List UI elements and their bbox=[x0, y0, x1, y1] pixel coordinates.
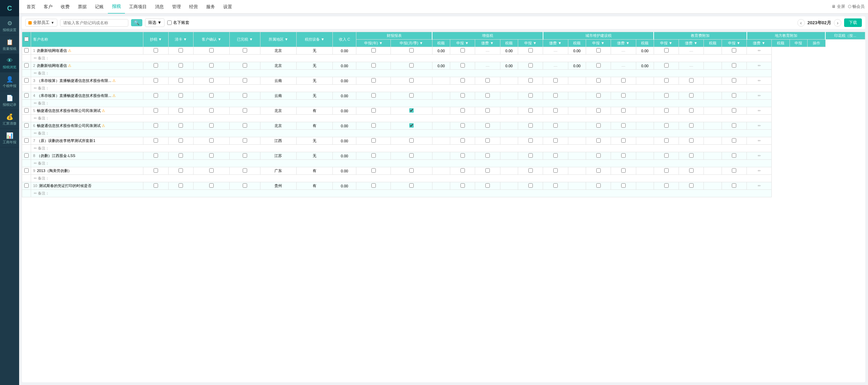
row-select-cell bbox=[22, 182, 31, 190]
sidebar-item-jilu[interactable]: 📄 报税记录 bbox=[0, 91, 19, 110]
row-checkbox[interactable] bbox=[24, 138, 29, 143]
fin-month-cell bbox=[390, 77, 432, 85]
fin-month-cell bbox=[390, 47, 432, 55]
edit-icon[interactable]: ✏ bbox=[758, 169, 761, 173]
employee-filter-dropdown[interactable]: 全部员工 ▼ bbox=[25, 19, 57, 27]
row-checkbox[interactable] bbox=[24, 123, 29, 128]
row-checkbox[interactable] bbox=[24, 78, 29, 83]
income-cell: 0.00 bbox=[333, 182, 356, 190]
search-button[interactable]: 🔍 bbox=[131, 19, 142, 26]
nav-xiaoxi[interactable]: 消息 bbox=[151, 0, 168, 14]
row-select-cell bbox=[22, 137, 31, 145]
warning-icon: ⚠ bbox=[112, 94, 116, 98]
edit-icon[interactable]: ✏ bbox=[758, 184, 761, 188]
nav-customer[interactable]: 客户 bbox=[40, 0, 57, 14]
col-cs-jiao: 缴费 ▼ bbox=[543, 40, 568, 47]
filter-label: 筛选 bbox=[148, 20, 156, 25]
edit-icon[interactable]: ✏ bbox=[758, 48, 761, 53]
vip-btn[interactable]: ⬡ 畅会员 bbox=[848, 4, 865, 10]
row-checkbox[interactable] bbox=[24, 168, 29, 173]
sidebar-item-baoshuishezhi[interactable]: ⚙ 报税设置 bbox=[0, 16, 19, 35]
logo: C bbox=[0, 0, 19, 16]
zz-tax-cell bbox=[432, 167, 450, 175]
nav-gongshang[interactable]: 工商项目 bbox=[125, 0, 151, 14]
fin-month-cell bbox=[390, 182, 432, 190]
row-checkbox[interactable] bbox=[24, 63, 29, 68]
jy-jiao-cell bbox=[611, 137, 636, 145]
row-checkbox[interactable] bbox=[24, 108, 29, 113]
row-number: 2 bbox=[33, 63, 35, 68]
row-number: 1 bbox=[33, 48, 35, 53]
cs-tax-cell bbox=[500, 92, 518, 100]
mingxia-checkbox-label[interactable]: 名下账套 bbox=[167, 20, 189, 26]
jy-tax-cell bbox=[568, 92, 586, 100]
download-button[interactable]: 下载 bbox=[844, 18, 862, 27]
edit-icon[interactable]: ✏ bbox=[758, 154, 761, 158]
customer-name: 10 测试斯春的凭证打印的时候是否 bbox=[31, 182, 143, 190]
zz-shen-cell bbox=[450, 152, 475, 160]
edit-icon[interactable]: ✏ bbox=[758, 63, 761, 68]
remark-row: ✏ 备注： bbox=[22, 145, 865, 152]
edit-icon[interactable]: ✏ bbox=[758, 124, 761, 128]
yh-shen-cell bbox=[722, 167, 746, 175]
nav-piaoju[interactable]: 票据 bbox=[74, 0, 91, 14]
zz-tax-cell bbox=[432, 182, 450, 190]
sidebar-item-gongshangnian[interactable]: 📊 工商年报 bbox=[0, 129, 19, 147]
jy-tax-cell bbox=[568, 107, 586, 115]
edit-icon[interactable]: ✏ bbox=[758, 94, 761, 98]
remark-spacer bbox=[22, 115, 31, 122]
row-checkbox[interactable] bbox=[24, 183, 29, 188]
row-number: 6 bbox=[33, 124, 35, 128]
edit-icon[interactable]: ✏ bbox=[758, 79, 761, 83]
row-checkbox[interactable] bbox=[24, 93, 29, 98]
sidebar-item-huisuan[interactable]: 💰 汇算清缴 bbox=[0, 110, 19, 129]
filter-button[interactable]: 筛选 ▼ bbox=[145, 18, 165, 27]
nav-guanli[interactable]: 管理 bbox=[168, 0, 185, 14]
nav-fuwu[interactable]: 服务 bbox=[202, 0, 219, 14]
nav-home[interactable]: 首页 bbox=[23, 0, 40, 14]
select-all-checkbox[interactable] bbox=[24, 37, 29, 41]
remark-row: ✏ 备注： bbox=[22, 115, 865, 122]
remark-cell: ✏ 备注： bbox=[31, 85, 772, 92]
next-month-button[interactable]: › bbox=[834, 19, 841, 27]
nav-shezhi[interactable]: 设置 bbox=[219, 0, 236, 14]
nav-jingying[interactable]: 经营 bbox=[185, 0, 202, 14]
pencil-icon: ✏ bbox=[34, 101, 37, 105]
col-cs-tax: 税额 bbox=[568, 40, 586, 47]
sidebar-item-piliang[interactable]: 📋 批量报税 bbox=[0, 35, 19, 54]
sidebar-item-geshuishenbaoe[interactable]: 👤 个税申报 bbox=[0, 72, 19, 91]
sidebar-item-liulan[interactable]: 👁 报税浏览 bbox=[0, 54, 19, 72]
zz-jiao-cell bbox=[475, 182, 500, 190]
edit-icon[interactable]: ✏ bbox=[758, 109, 761, 113]
remark-label: 备注： bbox=[38, 161, 49, 165]
mingxia-checkbox[interactable] bbox=[167, 20, 172, 25]
nav-jizhang[interactable]: 记账 bbox=[91, 0, 108, 14]
jy-jiao-cell bbox=[611, 77, 636, 85]
customer-name: 5 畅捷通信息技术股份有限公司民珠测试 ⚠ bbox=[31, 107, 143, 115]
qingka-cell bbox=[168, 182, 193, 190]
table-row: 8 （勿删）江西股金-LSS 江苏 无 0.00 ✏ bbox=[22, 152, 865, 160]
fullscreen-btn[interactable]: 🖥 全屏 bbox=[831, 4, 845, 10]
df-tax-cell bbox=[636, 107, 654, 115]
col-zz-tax: 税额 bbox=[432, 40, 450, 47]
remark-spacer bbox=[22, 145, 31, 152]
df-jiao-cell bbox=[679, 152, 704, 160]
zz-tax-cell bbox=[432, 152, 450, 160]
cs-tax-cell bbox=[500, 182, 518, 190]
df-jiao-cell bbox=[679, 92, 704, 100]
df-shen-cell bbox=[654, 182, 679, 190]
row-checkbox[interactable] bbox=[24, 48, 29, 53]
device-cell: 有 bbox=[297, 122, 333, 130]
search-input[interactable] bbox=[60, 19, 128, 27]
prev-month-button[interactable]: ‹ bbox=[797, 19, 805, 27]
row-select-cell bbox=[22, 167, 31, 175]
remark-spacer bbox=[22, 130, 31, 137]
remark-cell: ✏ 备注： bbox=[31, 160, 772, 167]
remark-cell: ✏ 备注： bbox=[31, 175, 772, 182]
nav-baoshui[interactable]: 报税 bbox=[108, 0, 125, 14]
row-checkbox[interactable] bbox=[24, 153, 29, 158]
yh-tax-cell bbox=[704, 107, 722, 115]
nav-shoufei[interactable]: 收费 bbox=[57, 0, 74, 14]
confirm-cell bbox=[193, 47, 229, 55]
edit-icon[interactable]: ✏ bbox=[758, 139, 761, 143]
